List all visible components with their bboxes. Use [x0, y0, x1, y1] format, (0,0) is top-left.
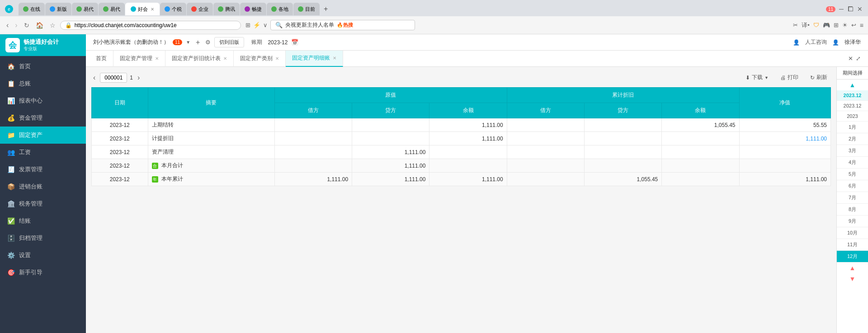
tab-home[interactable]: 首页 — [90, 51, 113, 67]
period-item-sep[interactable]: 9月 — [837, 216, 868, 227]
nav-bookmark-btn[interactable]: ☆ — [48, 22, 57, 29]
settings-gear-icon[interactable]: ⚙ — [205, 39, 211, 46]
calendar-icon[interactable]: 📅 — [291, 39, 298, 46]
period-scroll-up2-btn[interactable]: ▲ — [837, 263, 868, 273]
ssl-icon: 🔒 — [65, 22, 72, 28]
browser-tab-tencent[interactable]: 腾讯 — [213, 3, 240, 15]
sidebar-item-home[interactable]: 🏠 首页 — [0, 58, 86, 75]
browser-tab-gedi[interactable]: 各地 — [267, 3, 293, 15]
tab-close-icon[interactable]: ✕ — [223, 56, 227, 61]
browser-tab-yidai1[interactable]: 易代 — [72, 3, 98, 15]
browser-tab-qiye[interactable]: 企业 — [187, 3, 213, 15]
sidebar-item-fixed-assets[interactable]: 📁 固定资产 — [0, 127, 86, 144]
print-btn[interactable]: 🖨 打印 — [777, 72, 802, 83]
cell-orig-debit: 1,111.00 — [274, 173, 352, 186]
sidebar-item-general-ledger[interactable]: 📋 总账 — [0, 75, 86, 92]
new-tab-btn[interactable]: + — [320, 5, 331, 13]
scissors-icon[interactable]: ✂ — [793, 22, 798, 28]
logo-text-group: 畅捷通好会计 专业版 — [24, 38, 59, 52]
period-item-2023-12-top[interactable]: 2023.12 — [837, 90, 868, 101]
sidebar-item-label: 税务管理 — [19, 200, 42, 208]
print-label: 打印 — [788, 74, 798, 81]
sidebar-item-tax[interactable]: 🏛️ 税务管理 — [0, 195, 86, 212]
period-item-may[interactable]: 5月 — [837, 169, 868, 180]
game-icon[interactable]: 🎮 — [823, 22, 830, 28]
browser-tab-changjie[interactable]: 畅捷 — [240, 3, 266, 15]
sidebar-item-reports[interactable]: 📊 报表中心 — [0, 92, 86, 109]
period-item-apr[interactable]: 4月 — [837, 157, 868, 169]
nav-forward-btn[interactable]: › — [13, 21, 19, 29]
window-close-btn[interactable]: ✕ — [857, 5, 863, 13]
tab-close-icon[interactable]: ✕ — [151, 7, 154, 12]
prev-page-btn[interactable]: ‹ — [91, 74, 97, 82]
period-item-oct[interactable]: 10月 — [837, 227, 868, 239]
browser-tab-zaixian[interactable]: 在线 — [19, 3, 45, 15]
period-scroll-down-btn[interactable]: ▼ — [837, 273, 868, 284]
nav-refresh-btn[interactable]: ↻ — [22, 22, 31, 29]
page-number-input[interactable] — [100, 73, 127, 83]
sidebar-item-guide[interactable]: 🎯 新手引导 — [0, 264, 86, 281]
expand-icon[interactable]: ∨ — [263, 22, 268, 28]
next-page-btn[interactable]: › — [136, 74, 142, 82]
nav-back-btn[interactable]: ‹ — [5, 21, 10, 29]
sun-icon[interactable]: ☀ — [842, 22, 848, 28]
period-item-nov[interactable]: 11月 — [837, 239, 868, 251]
period-item-aug[interactable]: 8月 — [837, 204, 868, 216]
period-label: 12月 — [847, 253, 858, 259]
tab-fixed-asset-mgmt[interactable]: 固定资产管理 ✕ — [113, 51, 165, 67]
history-back-icon[interactable]: ↩ — [851, 22, 856, 28]
period-item-dec[interactable]: 12月 — [837, 251, 868, 263]
browser-tab-muqian[interactable]: 目前 — [293, 3, 320, 15]
dropdown-icon[interactable]: ▼ — [186, 40, 190, 45]
window-minimize-btn[interactable]: ─ — [839, 5, 844, 13]
help-label[interactable]: 人工咨询 — [805, 38, 827, 46]
shield-icon[interactable]: 🛡 — [813, 22, 819, 28]
tab-label: 个税 — [172, 6, 182, 13]
tab-close-icon[interactable]: ✕ — [275, 56, 279, 61]
th-orig-balance: 余额 — [429, 103, 507, 118]
period-item-feb[interactable]: 2月 — [837, 133, 868, 145]
window-restore-btn[interactable]: ⧠ — [847, 5, 854, 13]
tab-depreciation-stats[interactable]: 固定资产折旧统计表 ✕ — [165, 51, 234, 67]
period-item-jan[interactable]: 1月 — [837, 122, 868, 133]
switch-version-btn[interactable]: 切到旧版 — [214, 37, 244, 47]
browser-tab-yidai2[interactable]: 易代 — [99, 3, 125, 15]
browser-tab-xinban[interactable]: 新版 — [45, 3, 71, 15]
sidebar-item-fund-mgmt[interactable]: 💰 资金管理 — [0, 109, 86, 127]
nav-home-btn[interactable]: 🏠 — [34, 22, 45, 29]
period-label: 账期 — [251, 38, 262, 46]
notice-badge: 11 — [173, 39, 182, 45]
tab-asset-category[interactable]: 固定资产类别 ✕ — [234, 51, 286, 67]
user-name[interactable]: 徐泽华 — [844, 38, 861, 46]
tab-panel-close-btn[interactable]: ✕ — [848, 55, 853, 62]
tab-close-icon[interactable]: ✕ — [333, 56, 336, 61]
browser-tab-haohui[interactable]: 好会 ✕ — [125, 3, 160, 15]
sidebar-item-purchase-sale[interactable]: 📦 进销台账 — [0, 178, 86, 195]
sidebar-item-settlement[interactable]: ✅ 结账 — [0, 212, 86, 230]
cell-net-value: 1,111.00 — [739, 173, 830, 186]
download-btn[interactable]: ⬇ 下载 ▼ — [742, 72, 772, 83]
period-item-2023-12-sub[interactable]: 2023.12 — [837, 101, 868, 111]
sidebar-item-settings[interactable]: ⚙️ 设置 — [0, 247, 86, 264]
period-scroll-up-btn[interactable]: ▲ — [837, 80, 868, 90]
menu-icon[interactable]: ≡ — [860, 22, 863, 29]
address-input[interactable] — [75, 22, 236, 28]
company-name: 刘小艳演示账套（勿删勿动！） — [93, 38, 169, 46]
page-num-display: 1 — [130, 75, 133, 81]
period-item-2023[interactable]: 2023 — [837, 111, 868, 122]
translate-icon[interactable]: 译• — [802, 21, 810, 29]
period-item-mar[interactable]: 3月 — [837, 145, 868, 157]
sidebar-item-invoice[interactable]: 🧾 发票管理 — [0, 161, 86, 178]
period-item-jun[interactable]: 6月 — [837, 180, 868, 192]
tab-close-icon[interactable]: ✕ — [155, 56, 159, 61]
period-item-jul[interactable]: 7月 — [837, 192, 868, 204]
grid-icon[interactable]: ⊞ — [834, 22, 839, 28]
browser-tab-geshui[interactable]: 个税 — [160, 3, 186, 15]
period-label: 6月 — [849, 183, 856, 188]
sidebar-item-archive[interactable]: 🗄️ 归档管理 — [0, 230, 86, 247]
refresh-btn[interactable]: ↻ 刷新 — [807, 72, 831, 83]
add-account-btn[interactable]: + — [194, 38, 202, 47]
sidebar-item-payroll[interactable]: 👥 工资 — [0, 144, 86, 161]
tab-asset-ledger[interactable]: 固定资产明细账 ✕ — [286, 51, 343, 67]
tab-panel-maximize-btn[interactable]: ⤢ — [856, 55, 861, 62]
